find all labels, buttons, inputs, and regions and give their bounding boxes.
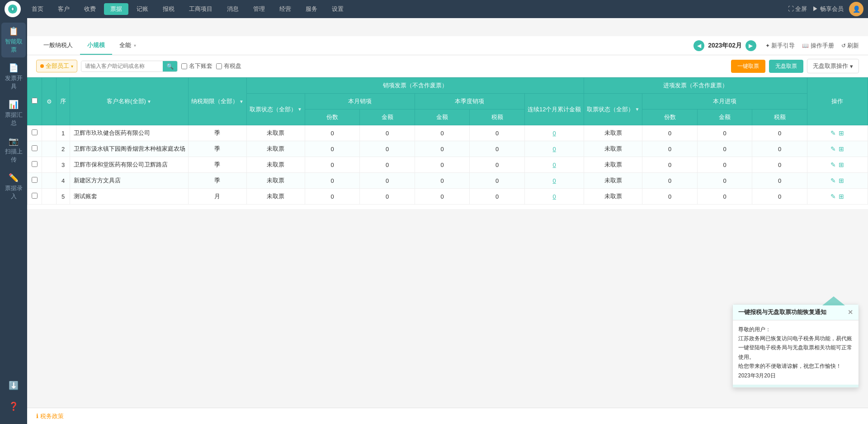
row-checkbox-4 — [28, 189, 42, 205]
nav-home[interactable]: 首页 — [25, 3, 50, 15]
nodisk-ops-label: 无盘取票操作 — [813, 62, 848, 70]
row-no-1: 2 — [57, 141, 70, 157]
notification-close-btn[interactable]: ✕ — [848, 309, 853, 316]
edit-icon-3[interactable]: ✎ — [830, 177, 836, 184]
table-row: 1 卫辉市玖玖健合医药有限公司 季 未取票 0 0 0 0 0 未取票 0 0 … — [28, 125, 868, 141]
row-s-12month-3[interactable]: 0 — [524, 173, 584, 189]
detail-icon-2[interactable]: ⊞ — [839, 161, 844, 168]
row-customer-0[interactable]: 卫辉市玖玖健合医药有限公司 — [70, 125, 189, 141]
row-select-2[interactable] — [32, 161, 38, 167]
tax-policy-link[interactable]: ℹ 税务政策 — [36, 412, 64, 420]
row-s-12month-0[interactable]: 0 — [524, 125, 584, 141]
row-select-0[interactable] — [32, 129, 38, 135]
fullscreen-btn[interactable]: ⛶ 全屏 — [788, 5, 807, 13]
logo[interactable] — [5, 1, 21, 17]
edit-icon-0[interactable]: ✎ — [830, 129, 836, 137]
row-customer-1[interactable]: 卫辉市汲水镇下园阁香烟营木种植家庭农场 — [70, 141, 189, 157]
row-checkbox-0 — [28, 125, 42, 141]
tax-period-filter-icon[interactable]: ▼ — [239, 99, 244, 104]
nav-service[interactable]: 服务 — [299, 3, 324, 15]
user-avatar[interactable]: 👤 — [849, 2, 863, 16]
row-select-4[interactable] — [32, 193, 38, 199]
row-p-month-shares-2: 0 — [642, 157, 698, 173]
nav-operation[interactable]: 经营 — [273, 3, 297, 15]
nodisk-fetch-btn[interactable]: 无盘取票 — [769, 60, 803, 73]
nav-customer[interactable]: 客户 — [52, 3, 76, 15]
th-p-month-amount: 金额 — [697, 110, 752, 125]
nav-accounting[interactable]: 记账 — [130, 3, 155, 15]
sidebar-item-label: 票据汇总 — [3, 111, 24, 127]
settings-icon[interactable]: ⚙ — [47, 98, 52, 105]
select-all-checkbox[interactable] — [32, 98, 38, 104]
edit-icon-1[interactable]: ✎ — [830, 145, 836, 152]
nav-manage[interactable]: 管理 — [247, 3, 271, 15]
employee-filter[interactable]: 全部员工 ▾ — [36, 60, 77, 72]
sidebar-item-label: 票据录入 — [3, 184, 24, 200]
row-customer-4[interactable]: 测试账套 — [70, 189, 189, 205]
nodisk-ops-btn[interactable]: 无盘取票操作 ▾ — [807, 59, 859, 73]
row-s-12month-2[interactable]: 0 — [524, 157, 584, 173]
sidebar-item-entry[interactable]: ✏️ 票据录入 — [1, 169, 26, 204]
manual-btn[interactable]: 📖 操作手册 — [802, 42, 834, 50]
nav-tax[interactable]: 报税 — [156, 3, 181, 15]
customer-filter-icon[interactable]: ▼ — [147, 99, 151, 104]
table-row: 2 卫辉市汲水镇下园阁香烟营木种植家庭农场 季 未取票 0 0 0 0 0 未取… — [28, 141, 868, 157]
nav-settings[interactable]: 设置 — [326, 3, 350, 15]
row-no-2: 3 — [57, 157, 70, 173]
date-nav: ◀ 2023年02月 ▶ — [693, 40, 756, 51]
sidebar-download[interactable]: ⬇️ — [1, 377, 26, 394]
new-guide-btn[interactable]: ✦ 新手引导 — [765, 42, 795, 50]
detail-icon-1[interactable]: ⊞ — [839, 145, 844, 152]
tab-small-scale[interactable]: 小规模 — [80, 37, 112, 55]
sales-status-filter[interactable]: ▼ — [297, 107, 302, 112]
checkbox-tax-disk[interactable]: 有税盘 — [216, 62, 241, 70]
row-s-status-3: 未取票 — [246, 173, 305, 189]
row-checkbox-1 — [28, 141, 42, 157]
top-actions: ✦ 新手引导 📖 操作手册 ↺ 刷新 — [765, 42, 859, 50]
row-select-3[interactable] — [32, 177, 38, 183]
sidebar-item-issue[interactable]: 📄 发票开具 — [1, 59, 26, 94]
row-s-month-shares-1: 0 — [305, 141, 360, 157]
detail-icon-3[interactable]: ⊞ — [839, 177, 844, 184]
row-s-month-shares-2: 0 — [305, 157, 360, 173]
onekey-fetch-btn[interactable]: 一键取票 — [731, 60, 765, 73]
row-customer-2[interactable]: 卫辉市保和堂医药有限公司卫辉路店 — [70, 157, 189, 173]
sidebar-item-smart-invoice[interactable]: 📋 智能取票 — [1, 23, 26, 57]
row-p-month-amount-4: 0 — [697, 189, 752, 205]
checkbox-own-account[interactable]: 名下账套 — [181, 62, 212, 70]
checkbox-tax-disk-input[interactable] — [216, 63, 222, 69]
prev-month-btn[interactable]: ◀ — [693, 40, 704, 51]
edit-icon-4[interactable]: ✎ — [830, 193, 836, 200]
row-p-month-amount-3: 0 — [697, 173, 752, 189]
th-s-month-amount: 金额 — [360, 110, 415, 125]
nav-fees[interactable]: 收费 — [78, 3, 102, 15]
refresh-btn[interactable]: ↺ 刷新 — [841, 42, 859, 50]
row-s-12month-4[interactable]: 0 — [524, 189, 584, 205]
edit-icon-2[interactable]: ✎ — [830, 161, 836, 168]
member-btn[interactable]: ▶ 畅享会员 — [812, 5, 844, 13]
row-no-0: 1 — [57, 125, 70, 141]
checkbox-own-account-input[interactable] — [181, 63, 187, 69]
detail-icon-0[interactable]: ⊞ — [839, 129, 844, 137]
search-btn[interactable]: 🔍 — [163, 61, 177, 71]
row-customer-3[interactable]: 新建区方方文具店 — [70, 173, 189, 189]
search-input[interactable] — [81, 61, 163, 71]
row-checkbox-2 — [28, 157, 42, 173]
detail-icon-4[interactable]: ⊞ — [839, 193, 844, 200]
next-month-btn[interactable]: ▶ — [745, 40, 756, 51]
nav-business[interactable]: 工商项目 — [183, 3, 219, 15]
sidebar-help[interactable]: ❓ — [1, 398, 26, 415]
help-icon: ❓ — [9, 401, 19, 411]
row-s-12month-1[interactable]: 0 — [524, 141, 584, 157]
nav-message[interactable]: 消息 — [221, 3, 245, 15]
th-checkbox — [28, 78, 42, 125]
row-empty-3 — [42, 173, 57, 189]
tab-general-taxpayer[interactable]: 一般纳税人 — [36, 37, 80, 55]
date-label: 2023年02月 — [708, 42, 742, 50]
tab-all[interactable]: 全能 ▾ — [112, 37, 143, 55]
nav-invoice[interactable]: 票据 — [104, 3, 128, 15]
row-select-1[interactable] — [32, 145, 38, 151]
purchase-status-filter[interactable]: ▼ — [635, 107, 639, 112]
sidebar-item-scan[interactable]: 📷 扫描上传 — [1, 133, 26, 167]
sidebar-item-summary[interactable]: 📊 票据汇总 — [1, 96, 26, 131]
